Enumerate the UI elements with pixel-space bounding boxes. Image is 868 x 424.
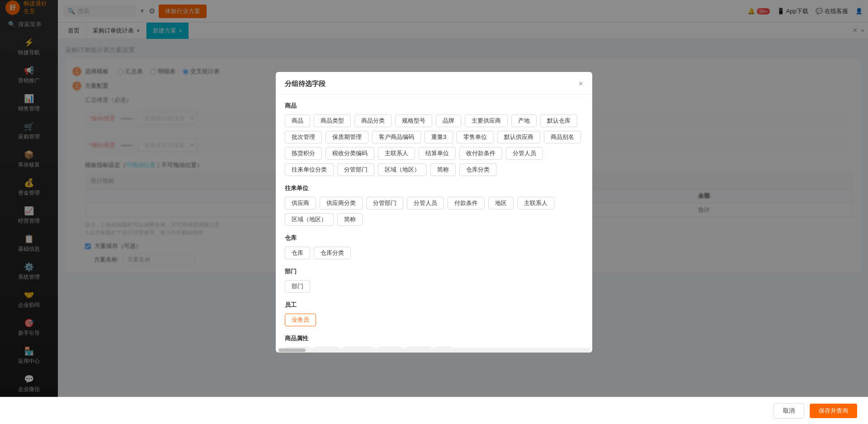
section-warehouse-title: 仓库 [285,234,583,242]
modal-close-btn[interactable]: × [578,79,583,89]
section-goods-attr: 商品属性 属性 颜色 多规格 尺码 鞋码 1 [285,334,583,348]
modal-overlay: 分组待选字段 × 商品 商品 商品类型 商品分类 规格型号 品牌 主要供应商 产… [0,0,868,424]
tag-pickup-points[interactable]: 拣货积分 [285,147,322,160]
partner-tags: 供应商 供应商分类 分管部门 分管人员 付款条件 地区 主联系人 区域（地区） … [285,197,583,226]
modal-hscroll[interactable] [276,348,592,352]
tag-retail-unit[interactable]: 零售单位 [457,131,494,143]
footer-buttons: 取消 保存并查询 [0,397,868,424]
section-partner-title: 往来单位 [285,184,583,192]
tag-settlement-unit[interactable]: 结算单位 [419,147,456,160]
tag-spec-type[interactable]: 规格型号 [395,114,432,127]
section-staff: 员工 业务员 [285,301,583,326]
tag-warehouse-category[interactable]: 仓库分类 [314,247,351,259]
tag-goods[interactable]: 商品 [285,114,310,127]
tag-payment-terms[interactable]: 收付款条件 [459,147,502,160]
tag-default-supplier[interactable]: 默认供应商 [497,131,540,143]
cancel-button[interactable]: 取消 [774,403,804,419]
tag-main-contact[interactable]: 主联系人 [378,147,415,160]
section-warehouse: 仓库 仓库 仓库分类 [285,234,583,259]
tag-batch-mgmt[interactable]: 批次管理 [285,131,322,143]
modal-title: 分组待选字段 [285,80,326,88]
tag-main-contact2[interactable]: 主联系人 [517,197,554,210]
save-button[interactable]: 保存并查询 [810,404,857,418]
section-goods-attr-title: 商品属性 [285,334,583,343]
tag-default-warehouse[interactable]: 默认仓库 [540,114,577,127]
modal-header: 分组待选字段 × [276,72,592,95]
section-dept-title: 部门 [285,267,583,276]
section-dept: 部门 部门 [285,267,583,293]
section-staff-title: 员工 [285,301,583,309]
dept-tags: 部门 [285,280,583,293]
modal-body: 商品 商品 商品类型 商品分类 规格型号 品牌 主要供应商 产地 默认仓库 批次… [276,95,592,348]
section-goods: 商品 商品 商品类型 商品分类 规格型号 品牌 主要供应商 产地 默认仓库 批次… [285,102,583,176]
tag-admin-dept[interactable]: 分管部门 [337,163,374,176]
tag-weight3[interactable]: 重量3 [425,131,453,143]
tag-payment-cond[interactable]: 付款条件 [448,197,485,210]
tag-region-area2[interactable]: 区域（地区） [285,213,334,226]
goods-tags: 商品 商品类型 商品分类 规格型号 品牌 主要供应商 产地 默认仓库 批次管理 … [285,114,583,176]
tag-supplier-cat[interactable]: 供应商分类 [320,197,363,210]
tag-origin[interactable]: 产地 [511,114,537,127]
tag-customer-code[interactable]: 客户商品编码 [372,131,421,143]
tag-warehouse[interactable]: 仓库 [285,247,310,259]
tag-salesperson[interactable]: 业务员 [285,314,316,326]
tag-admin-staff[interactable]: 分管人员 [407,197,444,210]
tag-goods-alias[interactable]: 商品别名 [544,131,581,143]
tag-main-supplier[interactable]: 主要供应商 [465,114,508,127]
modal: 分组待选字段 × 商品 商品 商品类型 商品分类 规格型号 品牌 主要供应商 产… [276,72,592,353]
warehouse-tags: 仓库 仓库分类 [285,247,583,259]
section-goods-title: 商品 [285,102,583,110]
staff-tags: 业务员 [285,314,583,326]
tag-region-area[interactable]: 区域（地区） [378,163,427,176]
tag-admin-dept2[interactable]: 分管部门 [366,197,403,210]
tag-tax-code[interactable]: 税收分类编码 [326,147,374,160]
section-partner: 往来单位 供应商 供应商分类 分管部门 分管人员 付款条件 地区 主联系人 区域… [285,184,583,226]
tag-region2[interactable]: 地区 [488,197,514,210]
tag-supplier[interactable]: 供应商 [285,197,316,210]
tag-goods-category[interactable]: 商品分类 [354,114,392,127]
tag-warehouse-cat[interactable]: 仓库分类 [459,163,496,176]
tag-dept[interactable]: 部门 [285,280,310,293]
tag-expiry-mgmt[interactable]: 保质期管理 [326,131,368,143]
tag-goods-type[interactable]: 商品类型 [314,114,351,127]
tag-origin-unit-cat[interactable]: 往来单位分类 [285,163,334,176]
tag-manager[interactable]: 分管人员 [506,147,543,160]
tag-brand[interactable]: 品牌 [436,114,461,127]
tag-abbr[interactable]: 简称 [430,163,456,176]
tag-abbr2[interactable]: 简称 [337,213,363,226]
